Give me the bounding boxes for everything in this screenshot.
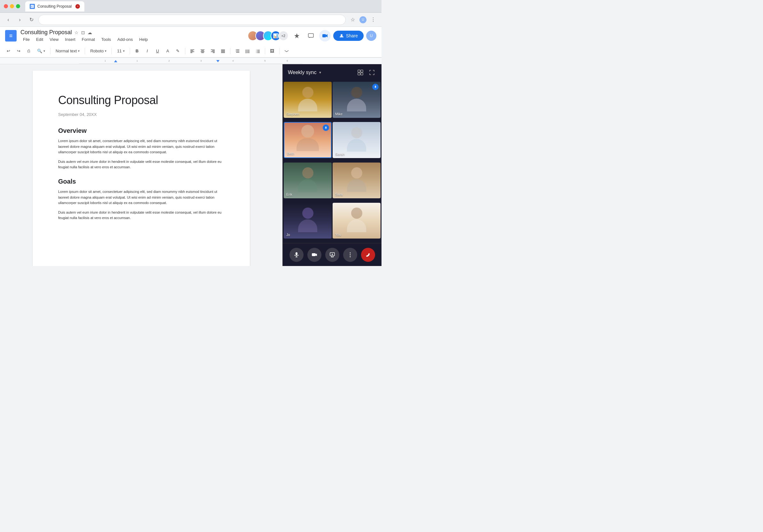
mic-control-button[interactable] — [289, 248, 303, 262]
svg-text:6: 6 — [286, 59, 288, 62]
justify-button[interactable] — [219, 46, 228, 55]
doc-title-icons: ☆ ⊡ ☁ — [74, 30, 92, 35]
browser-nav: ‹ › ↻ ☆ U ⋮ — [0, 13, 382, 27]
present-control-button[interactable] — [325, 248, 339, 262]
bullets-button[interactable] — [243, 46, 252, 55]
svg-text:5: 5 — [264, 59, 266, 62]
docs-logo-icon: ≡ — [9, 33, 13, 39]
align-left-button[interactable] — [188, 46, 197, 55]
doc-title-row: Consulting Proposal ☆ ⊡ ☁ — [21, 29, 244, 36]
svg-text:1: 1 — [104, 59, 106, 62]
align-right-button[interactable] — [208, 46, 217, 55]
meet-tile-beth[interactable]: Beth — [284, 122, 332, 158]
refresh-button[interactable]: ↻ — [27, 15, 36, 24]
share-button[interactable]: Share — [333, 31, 364, 41]
meet-tile-jo[interactable]: Jo — [284, 203, 332, 239]
meet-tile-mike[interactable]: Mike — [333, 82, 381, 118]
participant-name-erik: Erik — [286, 193, 292, 196]
tab-close-button[interactable]: × — [75, 4, 80, 9]
user-profile-icon[interactable]: U — [359, 15, 368, 24]
redo-button[interactable]: ↪ — [14, 46, 23, 55]
meet-title: Weekly sync ▾ — [288, 70, 321, 75]
svg-point-24 — [245, 49, 246, 50]
activity-icon[interactable] — [291, 30, 303, 42]
docs-logo[interactable]: ≡ — [5, 30, 17, 42]
folder-icon[interactable]: ⊡ — [81, 30, 85, 35]
star-icon[interactable]: ☆ — [74, 30, 79, 35]
bold-button[interactable]: B — [133, 46, 142, 55]
numbered-list-button[interactable]: 1.2.3. — [253, 46, 262, 55]
maximize-traffic-light[interactable] — [16, 4, 20, 8]
font-size-dropdown[interactable]: 11 ▾ — [114, 46, 127, 55]
print-button[interactable]: ⎙ — [24, 46, 33, 55]
svg-rect-3 — [322, 34, 326, 38]
italic-button[interactable]: I — [143, 46, 152, 55]
docs-menu: File Edit View Insert Format Tools Add-o… — [21, 37, 244, 43]
meet-button[interactable] — [319, 30, 331, 42]
camera-control-button[interactable] — [307, 248, 321, 262]
menu-file[interactable]: File — [21, 37, 32, 43]
menu-insert[interactable]: Insert — [62, 37, 78, 43]
doc-area[interactable]: Consulting Proposal September 04, 20XX O… — [0, 64, 282, 266]
meet-grid-view-icon[interactable] — [356, 68, 365, 77]
meet-title-chevron-icon[interactable]: ▾ — [319, 70, 321, 75]
zoom-dropdown[interactable]: 🔍▾ — [35, 46, 48, 55]
menu-help[interactable]: Help — [137, 37, 151, 43]
doc-title-text[interactable]: Consulting Proposal — [21, 29, 72, 36]
svg-marker-44 — [114, 60, 117, 62]
overview-para-2: Duis autem vel eum iriure dolor in hendr… — [58, 159, 224, 170]
meet-tile-sara[interactable]: Sara — [333, 162, 381, 199]
minimize-traffic-light[interactable] — [10, 4, 14, 8]
more-control-button[interactable] — [343, 248, 357, 262]
active-tab[interactable]: ≡ Consulting Proposal × — [25, 1, 84, 12]
menu-format[interactable]: Format — [79, 37, 97, 43]
insert-image-button[interactable]: 🖼 — [268, 46, 277, 55]
svg-marker-45 — [216, 60, 220, 62]
chat-icon[interactable] — [305, 30, 317, 42]
underline-button[interactable]: U — [153, 46, 162, 55]
back-button[interactable]: ‹ — [4, 15, 13, 24]
format-toolbar: ↩ ↪ ⎙ 🔍▾ Normal text ▾ Roboto ▾ 11 ▾ B I… — [0, 45, 382, 57]
menu-tools[interactable]: Tools — [99, 37, 113, 43]
font-dropdown[interactable]: Roboto ▾ — [87, 46, 109, 55]
end-call-button[interactable] — [361, 248, 375, 262]
meet-tile-you[interactable]: You — [333, 203, 381, 239]
browser-chrome: ≡ Consulting Proposal × — [0, 0, 382, 13]
meet-tile-erik[interactable]: Erik — [284, 162, 332, 199]
docs-header: ≡ Consulting Proposal ☆ ⊡ ☁ File Edit Vi… — [0, 27, 382, 58]
forward-button[interactable]: › — [15, 15, 24, 24]
svg-text:2: 2 — [168, 59, 170, 62]
doc-title: Consulting Proposal — [58, 94, 224, 107]
bookmark-icon[interactable]: ☆ — [348, 15, 357, 24]
paragraph-style-dropdown[interactable]: Normal text ▾ — [53, 46, 82, 55]
toolbar-sep-5 — [185, 48, 185, 54]
mic-active-mike — [372, 84, 379, 90]
font-color-button[interactable]: A — [163, 46, 172, 55]
meet-expand-icon[interactable] — [368, 68, 377, 77]
share-button-label: Share — [346, 33, 358, 38]
svg-text:1: 1 — [137, 59, 138, 62]
browser-menu-icon[interactable]: ⋮ — [369, 15, 378, 24]
meet-tile-stephen[interactable]: Stephen — [284, 82, 332, 118]
user-avatar[interactable]: U — [366, 31, 377, 41]
svg-point-26 — [245, 51, 246, 52]
highlight-button[interactable]: ✎ — [173, 46, 182, 55]
more-options-button[interactable] — [282, 46, 291, 55]
svg-point-60 — [350, 254, 351, 255]
menu-addons[interactable]: Add-ons — [115, 37, 135, 43]
close-traffic-light[interactable] — [4, 4, 8, 8]
cloud-icon: ☁ — [87, 30, 92, 35]
browser-nav-icons: ☆ U ⋮ — [348, 15, 378, 24]
size-label: 11 — [117, 48, 121, 53]
menu-edit[interactable]: Edit — [34, 37, 46, 43]
svg-rect-57 — [312, 253, 316, 256]
address-bar[interactable] — [38, 15, 346, 25]
meet-tile-sarah[interactable]: Sarah — [333, 122, 381, 158]
goals-para-2: Duis autem vel eum iriure dolor in hendr… — [58, 210, 224, 221]
undo-button[interactable]: ↩ — [4, 46, 13, 55]
menu-view[interactable]: View — [47, 37, 61, 43]
docs-title-info: Consulting Proposal ☆ ⊡ ☁ File Edit View… — [21, 29, 244, 43]
line-spacing-button[interactable] — [233, 46, 242, 55]
align-center-button[interactable] — [198, 46, 207, 55]
toolbar-sep-3 — [112, 48, 112, 54]
